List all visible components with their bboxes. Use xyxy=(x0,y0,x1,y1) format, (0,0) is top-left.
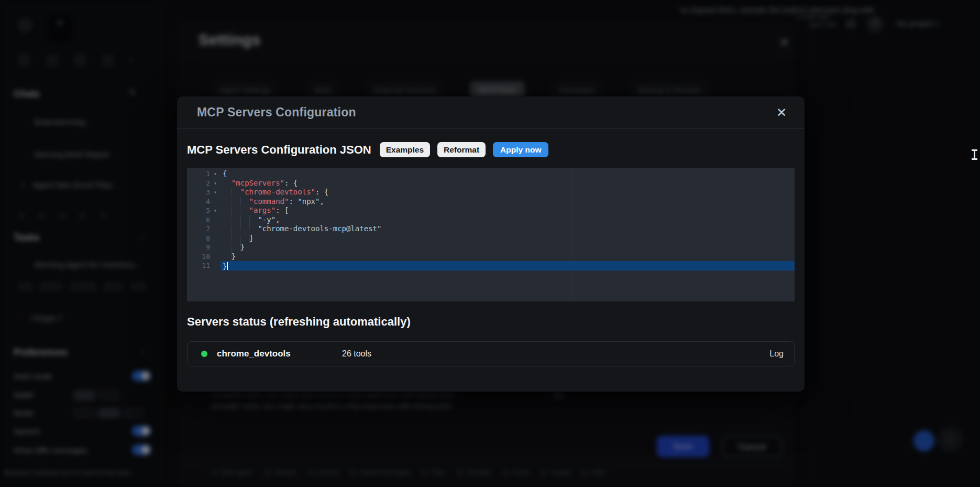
code-token: } xyxy=(223,262,227,270)
code-text: "command": "npx", xyxy=(221,197,324,207)
code-text: "chrome-devtools": { xyxy=(221,188,328,197)
line-number: 8 xyxy=(187,234,210,243)
close-icon[interactable]: ✕ xyxy=(776,106,787,119)
fold-arrow-icon[interactable]: ▾ xyxy=(210,169,221,179)
fold-arrow-icon[interactable]: ▾ xyxy=(210,188,221,197)
fold-spacer xyxy=(210,197,221,207)
code-token xyxy=(223,215,258,224)
modal-body: MCP Servers Configuration JSON Examples … xyxy=(177,129,805,366)
line-number: 2 xyxy=(187,179,210,188)
code-token: "-y" xyxy=(258,215,276,224)
editor-line: 7 "chrome-devtools-mcp@latest" xyxy=(187,224,795,234)
code-token xyxy=(223,206,249,214)
code-token: "chrome-devtools" xyxy=(240,188,315,196)
line-number: 10 xyxy=(187,252,210,262)
code-text: "mcpServers": { xyxy=(221,179,298,188)
line-number: 3 xyxy=(187,188,210,197)
code-text: } xyxy=(221,252,236,262)
modal-title: MCP Servers Configuration xyxy=(197,105,356,120)
editor-line: 4 "command": "npx", xyxy=(187,197,795,207)
editor-line: 2▾ "mcpServers": { xyxy=(187,179,795,188)
editor-line: 3▾ "chrome-devtools": { xyxy=(187,188,795,197)
code-text: "-y", xyxy=(221,215,280,225)
code-text: "args": [ xyxy=(221,206,289,215)
code-token: "npx" xyxy=(298,197,320,205)
code-token xyxy=(223,188,240,196)
line-number: 1 xyxy=(187,169,210,179)
fold-spacer xyxy=(210,215,221,225)
server-log-link[interactable]: Log xyxy=(769,349,784,359)
code-token: : xyxy=(289,197,298,205)
code-token: , xyxy=(276,215,280,224)
editor-lines: 1▾{2▾ "mcpServers": {3▾ "chrome-devtools… xyxy=(187,168,795,270)
code-token: "mcpServers" xyxy=(232,179,284,187)
code-token: "args" xyxy=(249,206,276,214)
code-token: ] xyxy=(223,234,254,242)
fold-arrow-icon[interactable]: ▾ xyxy=(210,179,221,188)
code-token: : { xyxy=(284,179,298,187)
line-number: 4 xyxy=(187,197,210,207)
server-status-row: chrome_devtools26 toolsLog xyxy=(187,341,795,366)
fold-spacer xyxy=(210,261,221,270)
server-name: chrome_devtools xyxy=(217,349,342,359)
editor-line: 11} xyxy=(187,261,795,270)
editor-line: 6 "-y", xyxy=(187,215,795,225)
mcp-servers-config-modal: MCP Servers Configuration ✕ MCP Servers … xyxy=(177,96,805,392)
server-tools-count: 26 tools xyxy=(342,349,371,359)
code-token: "chrome-devtools-mcp@latest" xyxy=(258,224,381,233)
code-text: } xyxy=(221,261,228,270)
code-token xyxy=(223,179,232,187)
fold-spacer xyxy=(210,243,221,252)
editor-line: 8 ] xyxy=(187,234,795,243)
editor-line: 10 } xyxy=(187,252,795,262)
screen: › Chats ✎ Brainstorming... Morning Brief… xyxy=(0,0,980,487)
code-token: : { xyxy=(315,188,328,196)
code-text: "chrome-devtools-mcp@latest" xyxy=(221,224,381,234)
servers-list: chrome_devtools26 toolsLog xyxy=(187,341,795,366)
fold-arrow-icon[interactable]: ▾ xyxy=(210,206,221,215)
server-status-dot xyxy=(201,351,207,357)
editor-caret xyxy=(227,262,228,270)
code-token: : [ xyxy=(276,206,289,214)
reformat-button[interactable]: Reformat xyxy=(437,142,486,157)
servers-status-heading: Servers status (refreshing automatically… xyxy=(187,315,795,329)
line-number: 9 xyxy=(187,243,210,252)
fold-spacer xyxy=(210,234,221,243)
json-section-heading: MCP Servers Configuration JSON xyxy=(187,143,371,157)
fold-spacer xyxy=(210,224,221,234)
line-number: 5 xyxy=(187,206,210,215)
json-editor[interactable]: 1▾{2▾ "mcpServers": {3▾ "chrome-devtools… xyxy=(187,168,795,301)
code-token: } xyxy=(223,252,236,261)
editor-line: 1▾{ xyxy=(187,169,795,179)
code-text: } xyxy=(221,243,245,252)
code-token: } xyxy=(223,243,245,251)
apply-now-button[interactable]: Apply now xyxy=(493,142,548,157)
text-ibeam-cursor xyxy=(971,149,978,161)
line-number: 7 xyxy=(187,224,210,234)
examples-button[interactable]: Examples xyxy=(380,142,430,157)
code-token: { xyxy=(223,169,227,178)
fold-spacer xyxy=(210,252,221,262)
json-section-header: MCP Servers Configuration JSON Examples … xyxy=(187,142,795,157)
code-token: "command" xyxy=(249,197,289,205)
editor-line: 5▾ "args": [ xyxy=(187,206,795,215)
line-number: 11 xyxy=(187,261,210,270)
modal-header: MCP Servers Configuration ✕ xyxy=(177,96,805,129)
code-text: ] xyxy=(221,234,254,243)
code-token xyxy=(223,197,249,205)
editor-line: 9 } xyxy=(187,243,795,252)
line-number: 6 xyxy=(187,215,210,225)
code-text: { xyxy=(221,169,227,179)
code-token xyxy=(223,224,258,233)
code-token: , xyxy=(320,197,324,205)
